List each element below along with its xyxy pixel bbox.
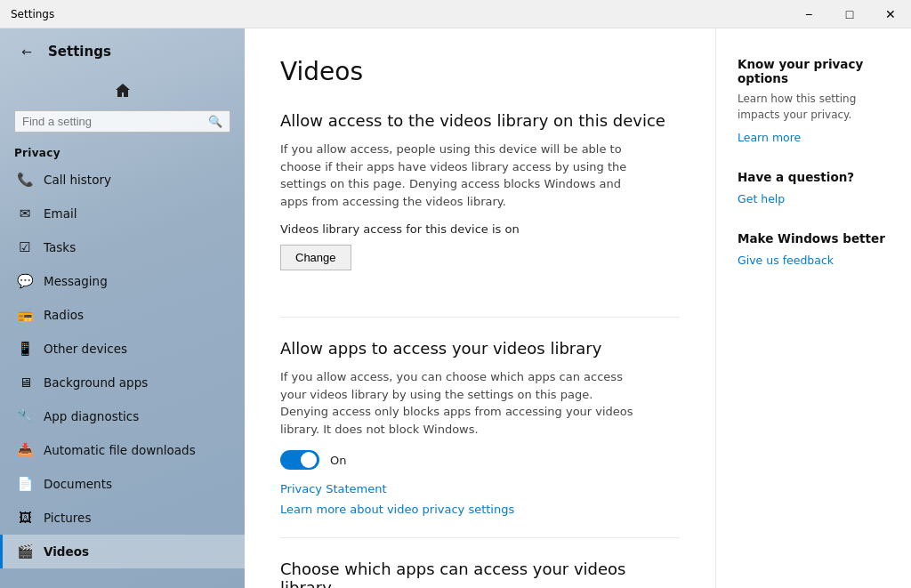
- sidebar-item-label-background-apps: Background apps: [44, 375, 148, 390]
- title-bar-title: Settings: [11, 8, 54, 20]
- section1-status: Videos library access for this device is…: [280, 222, 680, 236]
- sidebar-item-label-email: Email: [44, 206, 77, 221]
- app-diagnostics-icon: 🔧: [17, 408, 33, 424]
- title-bar-left: Settings: [11, 8, 54, 20]
- tasks-icon: ☑: [17, 239, 33, 255]
- panel-section-title-2: Make Windows better: [738, 231, 890, 246]
- videos-toggle[interactable]: [280, 450, 319, 470]
- background-apps-icon: 🖥: [17, 375, 33, 391]
- sidebar-item-label-videos: Videos: [44, 544, 89, 559]
- section-divider-1: [280, 317, 680, 318]
- minimize-button[interactable]: −: [788, 0, 829, 28]
- sidebar-item-pictures[interactable]: 🖼Pictures: [0, 501, 245, 535]
- sidebar-item-messaging[interactable]: 💬Messaging: [0, 264, 245, 298]
- right-panel: Know your privacy optionsLearn how this …: [715, 28, 911, 588]
- panel-section-2: Make Windows betterGive us feedback: [738, 231, 890, 268]
- sidebar-item-label-automatic-downloads: Automatic file downloads: [44, 443, 196, 457]
- privacy-statement-link[interactable]: Privacy Statement: [280, 482, 680, 495]
- home-icon: [114, 82, 132, 100]
- sidebar-item-other-devices[interactable]: 📱Other devices: [0, 332, 245, 366]
- panel-link-2[interactable]: Give us feedback: [738, 254, 834, 267]
- sidebar-item-label-pictures: Pictures: [44, 511, 91, 525]
- app-body: ← Settings 🔍 Privacy 📞Call history✉Email…: [0, 28, 911, 588]
- section-divider-2: [280, 537, 680, 538]
- right-panel-sections: Know your privacy optionsLearn how this …: [738, 57, 890, 268]
- sidebar-item-label-tasks: Tasks: [44, 240, 76, 254]
- sidebar: ← Settings 🔍 Privacy 📞Call history✉Email…: [0, 28, 245, 588]
- home-button[interactable]: [0, 75, 245, 107]
- messaging-icon: 💬: [17, 273, 33, 289]
- title-bar: Settings − □ ✕: [0, 0, 911, 28]
- sidebar-item-videos[interactable]: 🎬Videos: [0, 535, 245, 568]
- sidebar-item-label-other-devices: Other devices: [44, 342, 127, 356]
- pictures-icon: 🖼: [17, 510, 33, 526]
- sidebar-top: ← Settings: [0, 28, 245, 75]
- sidebar-item-automatic-downloads[interactable]: 📥Automatic file downloads: [0, 433, 245, 467]
- sidebar-item-email[interactable]: ✉Email: [0, 197, 245, 230]
- videos-icon: 🎬: [17, 544, 33, 560]
- sidebar-item-label-documents: Documents: [44, 477, 112, 491]
- toggle-knob: [301, 452, 317, 468]
- panel-section-1: Have a question?Get help: [738, 170, 890, 206]
- sidebar-item-label-radios: Radios: [44, 308, 84, 322]
- other-devices-icon: 📱: [17, 341, 33, 357]
- toggle-label: On: [330, 454, 346, 467]
- main-area: Videos Allow access to the videos librar…: [245, 28, 911, 588]
- panel-section-desc-0: Learn how this setting impacts your priv…: [738, 91, 890, 123]
- toggle-row: On: [280, 450, 680, 470]
- change-button[interactable]: Change: [280, 245, 351, 270]
- call-history-icon: 📞: [17, 172, 33, 188]
- sidebar-item-tasks[interactable]: ☑Tasks: [0, 230, 245, 264]
- page-title: Videos: [280, 57, 680, 86]
- sidebar-item-label-app-diagnostics: App diagnostics: [44, 409, 139, 423]
- panel-section-title-0: Know your privacy options: [738, 57, 890, 85]
- search-box: 🔍: [14, 110, 230, 133]
- sidebar-item-label-messaging: Messaging: [44, 274, 108, 288]
- sidebar-item-call-history[interactable]: 📞Call history: [0, 163, 245, 197]
- radios-icon: 📻: [17, 307, 33, 323]
- section2-title: Allow apps to access your videos library: [280, 339, 680, 358]
- content-area: Videos Allow access to the videos librar…: [245, 28, 715, 588]
- sidebar-item-documents[interactable]: 📄Documents: [0, 467, 245, 501]
- panel-section-title-1: Have a question?: [738, 170, 890, 184]
- back-button[interactable]: ←: [14, 39, 39, 64]
- close-button[interactable]: ✕: [870, 0, 911, 28]
- privacy-label: Privacy: [0, 140, 245, 163]
- sidebar-item-background-apps[interactable]: 🖥Background apps: [0, 366, 245, 399]
- title-bar-controls: − □ ✕: [788, 0, 911, 28]
- settings-label: Settings: [48, 44, 111, 60]
- section2-desc: If you allow access, you can choose whic…: [280, 368, 636, 438]
- panel-section-0: Know your privacy optionsLearn how this …: [738, 57, 890, 145]
- panel-link-0[interactable]: Learn more: [738, 131, 801, 144]
- section1-desc: If you allow access, people using this d…: [280, 141, 636, 210]
- email-icon: ✉: [17, 205, 33, 222]
- panel-link-1[interactable]: Get help: [738, 192, 785, 205]
- learn-more-link[interactable]: Learn more about video privacy settings: [280, 503, 680, 516]
- section3-title: Choose which apps can access your videos…: [280, 560, 680, 588]
- search-icon: 🔍: [208, 115, 222, 128]
- nav-items-container: 📞Call history✉Email☑Tasks💬Messaging📻Radi…: [0, 163, 245, 568]
- section1-title: Allow access to the videos library on th…: [280, 111, 680, 130]
- automatic-downloads-icon: 📥: [17, 442, 33, 458]
- search-input[interactable]: [22, 115, 203, 128]
- sidebar-item-label-call-history: Call history: [44, 173, 111, 187]
- maximize-button[interactable]: □: [829, 0, 870, 28]
- sidebar-item-app-diagnostics[interactable]: 🔧App diagnostics: [0, 399, 245, 433]
- sidebar-item-radios[interactable]: 📻Radios: [0, 298, 245, 332]
- documents-icon: 📄: [17, 476, 33, 492]
